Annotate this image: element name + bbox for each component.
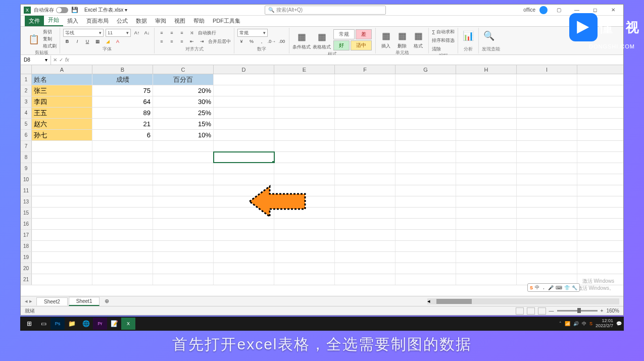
cell[interactable] — [517, 241, 577, 251]
taskbar-app-ps[interactable]: Ps — [51, 318, 65, 330]
user-name[interactable]: office — [523, 7, 535, 13]
cell[interactable] — [395, 174, 456, 185]
font-color-icon[interactable]: A — [114, 37, 122, 45]
cell[interactable] — [153, 185, 214, 196]
cancel-fx-icon[interactable]: ✕ — [53, 57, 57, 63]
cell[interactable] — [456, 96, 517, 107]
indent-dec-icon[interactable]: ⇤ — [188, 37, 196, 45]
autosum-button[interactable]: ∑ 自动求和 — [432, 29, 455, 35]
cell[interactable] — [274, 119, 335, 129]
cell[interactable] — [517, 263, 577, 274]
col-header[interactable]: A — [32, 65, 92, 74]
row-header[interactable]: 16 — [21, 219, 32, 229]
cell[interactable] — [395, 141, 456, 151]
merge-center-button[interactable]: 合并后居中 — [208, 38, 231, 45]
cell[interactable] — [92, 263, 153, 274]
style-neutral[interactable]: 适中 — [351, 40, 372, 50]
cell[interactable]: 成绩 — [92, 74, 153, 85]
sheet-nav-icon[interactable]: ◂ ▸ — [25, 298, 32, 304]
tray-network-icon[interactable]: 📶 — [565, 321, 570, 326]
style-good[interactable]: 好 — [333, 40, 350, 50]
taskbar-clock[interactable]: 12:012022/2/7 — [596, 319, 613, 329]
cell[interactable] — [32, 241, 92, 251]
cell[interactable] — [456, 241, 517, 251]
align-top-icon[interactable]: ≡ — [158, 29, 166, 37]
cell[interactable] — [517, 74, 577, 85]
ribbon-options-icon[interactable]: ▢ — [552, 5, 566, 15]
cell[interactable] — [274, 74, 335, 85]
cell[interactable] — [214, 230, 274, 240]
taskbar-app-chrome[interactable]: 🌐 — [79, 318, 93, 330]
cell[interactable] — [456, 263, 517, 274]
cond-format-icon[interactable]: ▦ — [294, 30, 309, 44]
cell[interactable] — [456, 208, 517, 218]
tab-pdf[interactable]: PDF工具集 — [209, 16, 244, 26]
cell[interactable] — [395, 241, 456, 251]
tab-layout[interactable]: 页面布局 — [82, 16, 113, 26]
currency-icon[interactable]: ¥ — [237, 37, 245, 45]
start-button[interactable]: ⊞ — [22, 318, 36, 330]
cell[interactable] — [335, 130, 395, 140]
cell[interactable] — [92, 141, 153, 151]
normal-view-icon[interactable] — [516, 307, 524, 315]
cell[interactable] — [335, 230, 395, 240]
cell[interactable] — [395, 130, 456, 140]
cell[interactable] — [153, 152, 214, 163]
ime-toolbar[interactable]: S 中 ， 🎤 ⌨ 👕 🔧 — [527, 283, 580, 292]
tab-data[interactable]: 数据 — [132, 16, 151, 26]
tab-view[interactable]: 视图 — [170, 16, 189, 26]
cell[interactable] — [153, 241, 214, 251]
italic-icon[interactable]: I — [73, 37, 81, 45]
cell[interactable]: 李四 — [32, 96, 92, 107]
cell[interactable] — [274, 252, 335, 263]
cell[interactable] — [456, 130, 517, 140]
wrap-text-button[interactable]: 自动换行 — [198, 30, 216, 36]
cell[interactable] — [335, 96, 395, 107]
cell[interactable] — [214, 141, 274, 151]
cell[interactable] — [395, 230, 456, 240]
cell[interactable] — [335, 219, 395, 229]
cell[interactable]: 20% — [153, 85, 214, 96]
cell[interactable] — [214, 96, 274, 107]
taskbar-app-pr[interactable]: Pr — [93, 318, 107, 330]
cell[interactable] — [274, 274, 335, 285]
cell[interactable] — [153, 252, 214, 263]
toggle-icon[interactable] — [56, 7, 68, 13]
cell[interactable] — [153, 141, 214, 151]
insert-cell-icon[interactable]: ▦ — [379, 29, 393, 43]
cell[interactable] — [517, 163, 577, 174]
tab-home[interactable]: 开始 — [44, 15, 63, 26]
row-header[interactable]: 9 — [21, 163, 32, 174]
cell[interactable] — [395, 274, 456, 285]
cell[interactable] — [92, 152, 153, 163]
cell[interactable] — [456, 174, 517, 185]
align-left-icon[interactable]: ≡ — [158, 37, 166, 45]
bold-icon[interactable]: B — [63, 37, 71, 45]
cell[interactable] — [395, 219, 456, 229]
dec-dec-icon[interactable]: .00 — [278, 37, 286, 45]
format-painter-button[interactable]: 格式刷 — [43, 43, 57, 49]
underline-icon[interactable]: U — [83, 37, 91, 45]
cell[interactable] — [153, 230, 214, 240]
cell[interactable] — [153, 174, 214, 185]
autosave-toggle[interactable]: 自动保存 — [34, 7, 68, 14]
cell[interactable] — [32, 252, 92, 263]
col-header[interactable]: I — [517, 65, 577, 74]
align-right-icon[interactable]: ≡ — [178, 37, 186, 45]
cell[interactable] — [335, 108, 395, 118]
tab-review[interactable]: 审阅 — [151, 16, 170, 26]
tray-ime-icon[interactable]: 中 — [582, 321, 586, 327]
tray-volume-icon[interactable]: 🔊 — [573, 321, 579, 326]
cell[interactable] — [32, 230, 92, 240]
cell[interactable] — [395, 163, 456, 174]
cell[interactable] — [274, 196, 335, 207]
cell[interactable] — [456, 152, 517, 163]
cell[interactable] — [517, 219, 577, 229]
fill-button[interactable]: 排序和筛选 — [432, 37, 455, 44]
cell[interactable] — [335, 141, 395, 151]
style-bad[interactable]: 差 — [356, 29, 372, 39]
paste-icon[interactable]: 📋 — [27, 32, 41, 46]
cell[interactable] — [335, 174, 395, 185]
cell[interactable] — [517, 130, 577, 140]
col-header[interactable]: C — [153, 65, 214, 74]
